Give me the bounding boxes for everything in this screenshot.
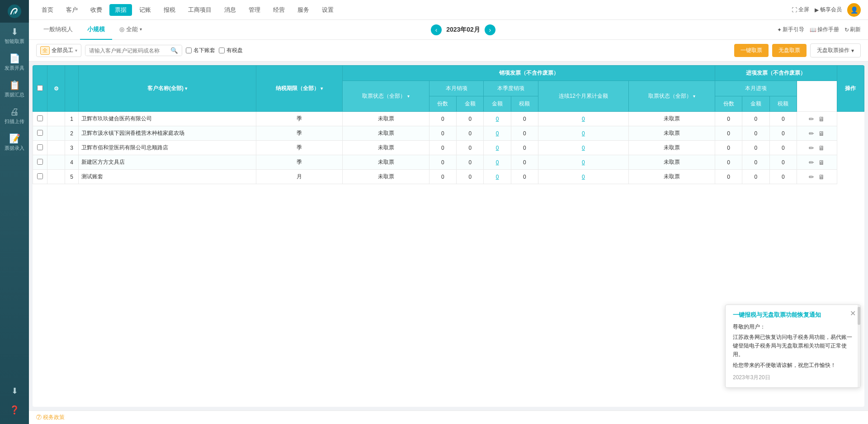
sidebar-item-download[interactable]: ⬇ — [0, 381, 29, 400]
view-icon[interactable]: 🖥 — [818, 130, 825, 137]
row-customer: 卫辉市佰和堂医药有限公司忠顺路店 — [79, 141, 256, 155]
row-checkbox-cell[interactable] — [33, 126, 47, 141]
no-disk-btn[interactable]: 无盘取票 — [772, 44, 807, 57]
sidebar-item-smart-fetch[interactable]: ⬇ 智能取票 — [0, 23, 29, 49]
has-tax-checkbox[interactable] — [219, 48, 225, 53]
row-purchase-month-amount: 0 — [742, 126, 769, 141]
refresh-btn[interactable]: ↻ 刷新 — [844, 26, 861, 33]
view-icon[interactable]: 🖥 — [818, 159, 825, 166]
manual-btn[interactable]: 📖 操作手册 — [810, 26, 839, 33]
edit-icon[interactable]: ✏ — [809, 159, 814, 166]
row-checkbox[interactable] — [37, 159, 43, 165]
smart-fetch-icon: ⬇ — [11, 27, 19, 36]
th-customer[interactable]: 客户名称(全部) ▾ — [79, 66, 256, 112]
row-checkbox[interactable] — [37, 130, 43, 136]
tab-all[interactable]: ◎ 全能 ▾ — [112, 20, 149, 40]
view-icon[interactable]: 🖥 — [818, 144, 825, 152]
nav-item-settings[interactable]: 设置 — [316, 4, 339, 16]
table-row: 4 新建区方方文具店 季 未取票 0 0 0 0 0 未取票 0 0 0 ✏ 🖥 — [33, 155, 864, 170]
sales-12month-link[interactable]: 0 — [582, 159, 585, 166]
sales-quarter-amount-link[interactable]: 0 — [496, 159, 499, 166]
row-checkbox-cell[interactable] — [33, 141, 47, 155]
sales-quarter-amount-link[interactable]: 0 — [496, 116, 499, 122]
bottom-bar: ⑦ 税务政策 — [29, 410, 868, 424]
download-icon: ⬇ — [11, 386, 18, 396]
sales-quarter-amount-link[interactable]: 0 — [496, 130, 499, 137]
th-sales-status[interactable]: 取票状态（全部） ▾ — [343, 81, 429, 112]
nav-item-customer[interactable]: 客户 — [61, 4, 83, 16]
row-checkbox-cell[interactable] — [33, 170, 47, 184]
nav-item-billing[interactable]: 收费 — [85, 4, 108, 16]
row-checkbox[interactable] — [37, 173, 43, 179]
nav-item-invoice[interactable]: 票据 — [109, 4, 132, 16]
nav-item-operations[interactable]: 经营 — [268, 4, 290, 16]
sales-12month-link[interactable]: 0 — [582, 145, 585, 151]
nav-item-tax[interactable]: 报税 — [158, 4, 181, 16]
row-checkbox[interactable] — [37, 115, 43, 121]
nav-item-bookkeeping[interactable]: 记账 — [134, 4, 156, 16]
th-tax-period[interactable]: 纳税期限（全部） ▾ — [256, 66, 343, 112]
edit-icon[interactable]: ✏ — [809, 144, 814, 152]
row-sales-quarter-tax: 0 — [511, 170, 538, 184]
select-all-checkbox[interactable] — [37, 85, 43, 91]
row-purchase-status: 未取票 — [628, 126, 715, 141]
sales-12month-link[interactable]: 0 — [582, 116, 585, 122]
sub-account-checkbox-label[interactable]: 名下账套 — [186, 47, 215, 54]
row-purchase-status: 未取票 — [628, 155, 715, 170]
notification-scroll-thumb — [858, 307, 860, 325]
view-icon[interactable]: 🖥 — [818, 115, 825, 123]
nav-item-home[interactable]: 首页 — [36, 4, 59, 16]
avatar[interactable]: 👤 — [847, 3, 861, 17]
nav-item-business[interactable]: 工商项目 — [183, 4, 217, 16]
sales-12month-link[interactable]: 0 — [582, 130, 585, 137]
sidebar-item-scan-upload[interactable]: 🖨 扫描上传 — [0, 103, 29, 129]
tab-general[interactable]: 一般纳税人 — [36, 20, 80, 40]
tab-all-icon: ◎ — [119, 26, 124, 33]
row-no: 2 — [65, 126, 79, 141]
notification-close-btn[interactable]: ✕ — [850, 308, 856, 319]
fullscreen-btn[interactable]: ⛶ 全屏 — [792, 6, 809, 14]
notification-body: 江苏政务网已恢复访问电子税务局功能，易代账一键登陆电子税务局与无盘取票相关功能可… — [733, 333, 853, 359]
nav-item-management[interactable]: 管理 — [243, 4, 266, 16]
tab-small[interactable]: 小规模 — [80, 20, 112, 40]
table-body: 1 卫辉市玖玖健合医药有限公司 季 未取票 0 0 0 0 0 未取票 0 0 … — [33, 112, 864, 184]
row-checkbox[interactable] — [37, 144, 43, 150]
search-button[interactable]: 🔍 — [167, 45, 182, 56]
employee-select[interactable]: 全 全部员工 ▾ — [36, 44, 81, 57]
nav-item-message[interactable]: 消息 — [219, 4, 241, 16]
th-settings: ⚙ — [47, 66, 65, 112]
sub-account-checkbox[interactable] — [186, 48, 192, 53]
row-checkbox-cell[interactable] — [33, 112, 47, 126]
nav-item-service[interactable]: 服务 — [292, 4, 315, 16]
table-row: 1 卫辉市玖玖健合医药有限公司 季 未取票 0 0 0 0 0 未取票 0 0 … — [33, 112, 864, 126]
th-purchase-status[interactable]: 取票状态（全部） ▾ — [628, 81, 715, 112]
tax-policy-link[interactable]: ⑦ 税务政策 — [36, 414, 65, 421]
no-disk-ops-btn[interactable]: 无盘取票操作 ▾ — [810, 43, 861, 57]
sales-12month-link[interactable]: 0 — [582, 174, 585, 180]
th-pm-tax: 税额 — [769, 96, 797, 112]
view-icon[interactable]: 🖥 — [818, 173, 825, 181]
app-logo[interactable] — [0, 0, 29, 23]
employee-select-label: 全部员工 — [52, 47, 73, 54]
has-tax-checkbox-label[interactable]: 有税盘 — [219, 47, 243, 54]
chevron-down-icon: ▾ — [75, 48, 77, 53]
edit-icon[interactable]: ✏ — [809, 115, 814, 123]
sidebar-item-invoice-entry[interactable]: 📝 票据录入 — [0, 129, 29, 156]
sidebar-item-invoice-summary[interactable]: 📋 票据汇总 — [0, 76, 29, 103]
new-guide-btn[interactable]: ✦ 新手引导 — [777, 26, 804, 33]
sidebar-item-issue-invoice[interactable]: 📄 发票开具 — [0, 49, 29, 76]
th-sq-tax: 税额 — [511, 96, 538, 112]
edit-icon[interactable]: ✏ — [809, 130, 814, 137]
row-checkbox-cell[interactable] — [33, 155, 47, 170]
sales-quarter-amount-link[interactable]: 0 — [496, 174, 499, 180]
edit-icon[interactable]: ✏ — [809, 173, 814, 181]
period-prev-btn[interactable]: ‹ — [431, 24, 442, 35]
row-sales-12month: 0 — [538, 126, 629, 141]
period-next-btn[interactable]: › — [485, 24, 495, 35]
sidebar-item-help[interactable]: ❓ — [0, 400, 29, 419]
one-click-btn[interactable]: 一键取票 — [734, 44, 769, 57]
search-input[interactable] — [85, 46, 167, 56]
row-purchase-month-count: 0 — [715, 126, 742, 141]
sales-quarter-amount-link[interactable]: 0 — [496, 145, 499, 151]
member-btn[interactable]: ▶ 畅享会员 — [815, 6, 842, 14]
